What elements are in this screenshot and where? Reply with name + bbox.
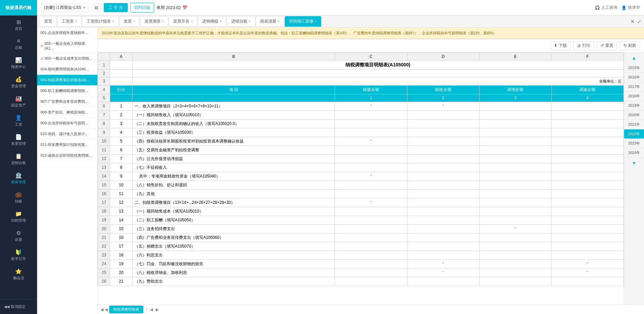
reset-button[interactable]: ↺ 重置 <box>597 41 617 50</box>
calendar-icon[interactable]: 📅 <box>182 5 187 10</box>
sidebar-item-settings[interactable]: ⚙ 设置 <box>0 226 37 246</box>
unfix-label: 取消固定 <box>11 304 26 309</box>
copy-button[interactable]: ⊡ <box>92 4 101 12</box>
left-item-006[interactable]: 006-职工薪酬纳税调整明细... <box>37 86 97 96</box>
sidebar-item-archive[interactable]: 📁 归档管理 <box>0 207 37 226</box>
tab-home-label: 首页 <box>44 19 52 24</box>
sidebar-label-guide: 新手引导 <box>11 256 26 261</box>
sidebar-item-tax[interactable]: 🏦 税务管理 <box>0 169 37 188</box>
sidebar-item-reports[interactable]: 📊 报表中心 <box>0 54 37 73</box>
funds-icon: 💰 <box>15 76 22 83</box>
left-item-005[interactable]: 005-纳税调整项目明细表(A1... <box>37 75 97 86</box>
sidebar-label-settings: 设置 <box>15 237 22 242</box>
workbench-button[interactable]: 工 作 台 <box>104 3 128 12</box>
sidebar-item-invoice[interactable]: 📄 发票管理 <box>0 130 37 150</box>
table-row: 10 5 （四）按税法核算长期股权投资对初始投资成本调整确认收益 * <box>98 137 624 146</box>
bottom-nav-prev[interactable]: ◀ ◀ <box>100 307 108 312</box>
left-item-003[interactable]: ⊗ 003-一般企业成本支出明细... <box>37 53 97 64</box>
left-item-007[interactable]: 007-广告费和业务宣传费明... <box>37 96 97 107</box>
period-label: 账期 <box>157 5 165 10</box>
tab-payroll-report-close[interactable]: × <box>112 20 114 23</box>
tab-income-tax-close[interactable]: × <box>315 20 317 23</box>
left-item-004[interactable]: 004-期间费用明细表(A1040... <box>37 64 97 75</box>
reports-icon: 📊 <box>15 57 22 63</box>
topbar-right: 🎧 人工咨询 👤 徐泽华 <box>595 5 640 10</box>
year-2019[interactable]: 2019年 <box>624 101 644 111</box>
sidebar-item-home[interactable]: ⊞ 首页 <box>0 15 37 35</box>
year-2021[interactable]: 2021年 <box>624 120 644 129</box>
tab-tax-list-close[interactable]: × <box>278 20 280 23</box>
unfix-button[interactable]: ◀◀ 取消固定 <box>3 302 34 311</box>
scroll-right-icon[interactable]: ▶ <box>156 307 159 312</box>
col3-header: 调增全额 <box>479 85 551 94</box>
left-item-008[interactable]: 008-资产折旧、摊销及纳税... <box>37 107 97 118</box>
year-2024[interactable]: 2024年 <box>624 148 644 158</box>
year-2015[interactable]: 2015年 <box>624 63 644 73</box>
sub-header-row: 5 1 2 3 4 <box>98 94 624 102</box>
row-3: 3 全额单位：元 <box>98 77 624 85</box>
tab-invoice-calc[interactable]: 发票测算 × <box>140 16 168 27</box>
left-item-009[interactable]: 009-企业所得税弥补亏损明... <box>37 118 97 129</box>
year-2017[interactable]: 2017年 <box>624 82 644 92</box>
sidebar-item-purchases[interactable]: 📋 进销台账 <box>0 150 37 169</box>
refresh-button[interactable]: ↻ 刷新 <box>620 41 640 50</box>
sidebar-item-close[interactable]: 💼 结账 <box>0 188 37 207</box>
tab-invoice-open-label: 发票开具 <box>173 19 189 24</box>
download-button[interactable]: ⬇ 下载 <box>550 41 571 50</box>
year-2018[interactable]: 2018年 <box>624 92 644 101</box>
year-2016[interactable]: 2016年 <box>624 73 644 82</box>
user-profile[interactable]: 👤 徐泽华 <box>621 5 640 10</box>
tab-purchase-ledger[interactable]: 进销台账 × <box>227 16 255 27</box>
tab-income-tax[interactable]: 所得税汇算缴 × <box>285 16 321 27</box>
table-row: 13 8 （七）不征税收入 <box>98 163 624 172</box>
maximize-icon[interactable]: ⤢ <box>637 19 641 24</box>
left-item-001[interactable]: 001-企业所得税年度纳税申... <box>37 28 97 38</box>
year-up-button[interactable]: ▲ <box>629 53 639 63</box>
tab-tax-list[interactable]: 税表清册 × <box>256 16 284 27</box>
tab-invoice-calc-close[interactable]: × <box>162 20 164 23</box>
tab-invoice[interactable]: 发票 × <box>119 16 140 27</box>
sidebar-item-payroll[interactable]: 👤 工资 <box>0 111 37 130</box>
table-row: 9 4 （三）投资收益（填写A105030） <box>98 128 624 137</box>
tab-payroll-report[interactable]: 工资统计报表 × <box>82 16 119 27</box>
sidebar-label-ledger: 总账 <box>15 45 22 50</box>
close-all-icon[interactable]: ✕ <box>631 19 635 24</box>
tab-purchase-ledger-close[interactable]: × <box>249 20 251 23</box>
left-item-012[interactable]: 012-减免企业所得税优惠明细... <box>37 150 97 161</box>
sidebar-item-funds[interactable]: 💰 资金管理 <box>0 73 37 92</box>
sidebar-item-assets[interactable]: 🏭 固定资产 <box>0 92 37 111</box>
year-down-button[interactable]: ▼ <box>629 158 639 168</box>
left-item-002[interactable]: ⊗ 002-一般企业收入明细表(A1... <box>37 38 97 53</box>
left-item-003-label: 003-一般企业成本支出明细... <box>44 56 92 61</box>
left-item-010[interactable]: 010-免税、减计收入及加计... <box>37 129 97 139</box>
item-header: 项 目 <box>132 85 335 94</box>
left-item-004-label: 004-期间费用明细表(A1040... <box>40 67 89 72</box>
tab-invoice-open[interactable]: 发票开具 × <box>169 16 197 27</box>
tab-purchase-check[interactable]: 进销稽核 × <box>198 16 226 27</box>
tab-home[interactable]: 首页 <box>40 16 57 27</box>
scroll-left-icon[interactable]: ◀ <box>150 307 153 312</box>
warn-icon-002: ⊗ <box>40 44 43 48</box>
sidebar-item-ledger[interactable]: ≡ 总账 <box>0 35 37 54</box>
company-selector[interactable]: (勿删) 江西股金-LSS ▼ <box>41 3 89 12</box>
left-item-011[interactable]: 011-研发费用加计扣除优惠... <box>37 139 97 150</box>
tab-invoice-close[interactable]: × <box>133 20 135 23</box>
sidebar-label-reports: 报表中心 <box>11 64 26 69</box>
tab-payroll-close[interactable]: × <box>75 20 77 23</box>
print-button[interactable]: 🖨 打印 <box>573 41 594 50</box>
year-2020[interactable]: 2020年 <box>624 111 644 120</box>
sidebar-item-vip[interactable]: ⭐ 畅会员 <box>0 265 37 284</box>
tab-payroll[interactable]: 工资表 × <box>57 16 82 27</box>
tab-purchase-check-close[interactable]: × <box>220 20 222 23</box>
tab-purchase-ledger-label: 进销台账 <box>231 19 247 24</box>
year-2023[interactable]: 2023年 <box>624 139 644 148</box>
bottom-tab-item[interactable]: 纳税调整明细表 <box>109 306 143 313</box>
user-service[interactable]: 🎧 人工咨询 <box>595 5 617 10</box>
scroll-indicator: ⋮ ◀ ▶ <box>145 307 159 312</box>
year-2022[interactable]: 2022年 <box>624 129 644 139</box>
table-container[interactable]: A B C D E F 1 <box>98 53 624 305</box>
sidebar-item-guide[interactable]: 🔰 新手引导 <box>0 246 37 265</box>
oldversion-button[interactable]: 切到旧版 <box>130 3 154 12</box>
col-header-d: D <box>407 53 479 60</box>
tab-invoice-open-close[interactable]: × <box>191 20 193 23</box>
